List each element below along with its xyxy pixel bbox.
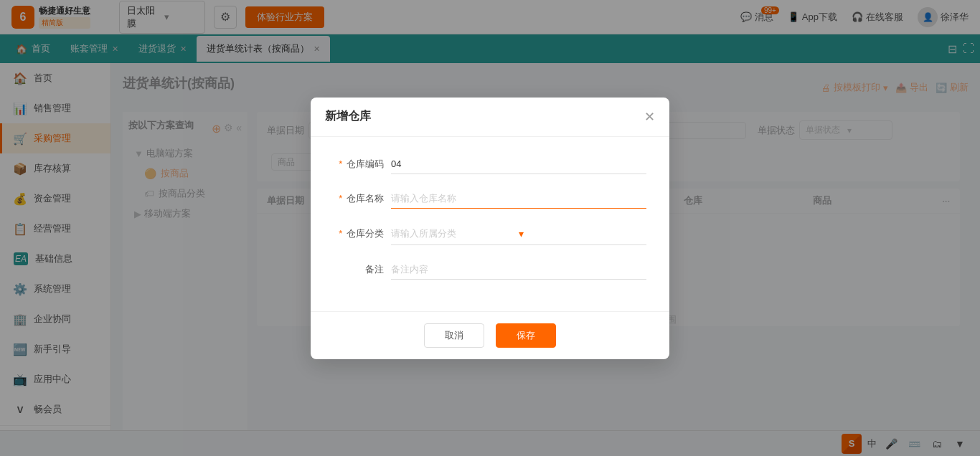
form-label-name: * 仓库名称: [334, 192, 391, 205]
modal-footer: 取消 保存: [311, 311, 669, 359]
form-label-remark: 备注: [334, 263, 391, 276]
form-row-name: * 仓库名称: [334, 189, 646, 209]
category-dropdown-icon: ▾: [519, 228, 646, 239]
warehouse-category-select[interactable]: 请输入所属分类 ▾: [391, 223, 646, 245]
warehouse-name-input[interactable]: [391, 189, 646, 209]
form-label-category: * 仓库分类: [334, 227, 391, 240]
required-star-name: *: [339, 193, 342, 204]
warehouse-code-input[interactable]: [391, 154, 646, 174]
form-row-code: * 仓库编码: [334, 154, 646, 174]
category-placeholder: 请输入所属分类: [391, 227, 519, 240]
required-star-code: *: [339, 158, 342, 169]
modal-header: 新增仓库 ✕: [311, 98, 669, 137]
form-row-category: * 仓库分类 请输入所属分类 ▾: [334, 223, 646, 245]
modal-title: 新增仓库: [325, 109, 371, 124]
warehouse-remark-input[interactable]: [391, 260, 646, 280]
cancel-button[interactable]: 取消: [424, 323, 484, 348]
modal-overlay: 新增仓库 ✕ * 仓库编码 * 仓库名称: [0, 0, 980, 456]
required-star-category: *: [339, 228, 342, 239]
form-row-remark: 备注: [334, 260, 646, 280]
form-label-code: * 仓库编码: [334, 158, 391, 171]
modal-close-button[interactable]: ✕: [644, 109, 655, 125]
modal-new-warehouse: 新增仓库 ✕ * 仓库编码 * 仓库名称: [311, 98, 669, 359]
save-button[interactable]: 保存: [496, 323, 556, 348]
modal-body: * 仓库编码 * 仓库名称 * 仓库分类 请输入所属: [311, 137, 669, 311]
